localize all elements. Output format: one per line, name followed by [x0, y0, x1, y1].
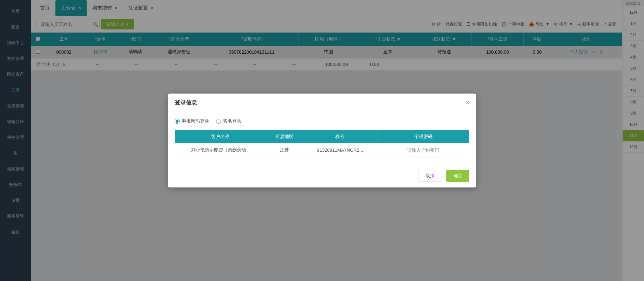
dialog-title: 登录信息	[175, 99, 197, 107]
col-tax-password: 个税密码	[377, 130, 469, 143]
login-dialog: 登录信息 × 申报密码登录 实名登录 客户名称 所属地区	[168, 94, 476, 187]
login-table-row: 刘小艳演示账套（勿删勿动... 江苏 91320811MA7NGR2...	[175, 143, 469, 157]
radio-password-login[interactable]: 申报密码登录	[175, 118, 209, 124]
client-name-cell: 刘小艳演示账套（勿删勿动...	[175, 143, 266, 157]
region-cell: 江苏	[266, 143, 303, 157]
confirm-button[interactable]: 确定	[446, 170, 469, 182]
dialog-body: 申报密码登录 实名登录 客户名称 所属地区 税号 个税密码	[168, 111, 476, 164]
radio-password-input[interactable]	[175, 119, 180, 124]
dialog-footer: 取消 确定	[168, 164, 476, 187]
password-cell[interactable]	[377, 143, 469, 157]
col-tax-number: 税号	[303, 130, 377, 143]
dialog-header: 登录信息 ×	[168, 94, 476, 111]
radio-group: 申报密码登录 实名登录	[175, 118, 469, 124]
col-client-name: 客户名称	[175, 130, 266, 143]
dialog-overlay: 登录信息 × 申报密码登录 实名登录 客户名称 所属地区	[0, 0, 644, 281]
tax-password-input[interactable]	[382, 148, 465, 153]
col-region: 所属地区	[266, 130, 303, 143]
login-info-table: 客户名称 所属地区 税号 个税密码 刘小艳演示账套（勿删勿动... 江苏 913…	[175, 130, 469, 157]
radio-realname-login[interactable]: 实名登录	[216, 118, 241, 124]
cancel-button[interactable]: 取消	[418, 170, 442, 182]
tax-number-cell: 91320811MA7NGR2...	[303, 143, 377, 157]
dialog-close-button[interactable]: ×	[465, 99, 469, 107]
radio-realname-input[interactable]	[216, 119, 221, 124]
